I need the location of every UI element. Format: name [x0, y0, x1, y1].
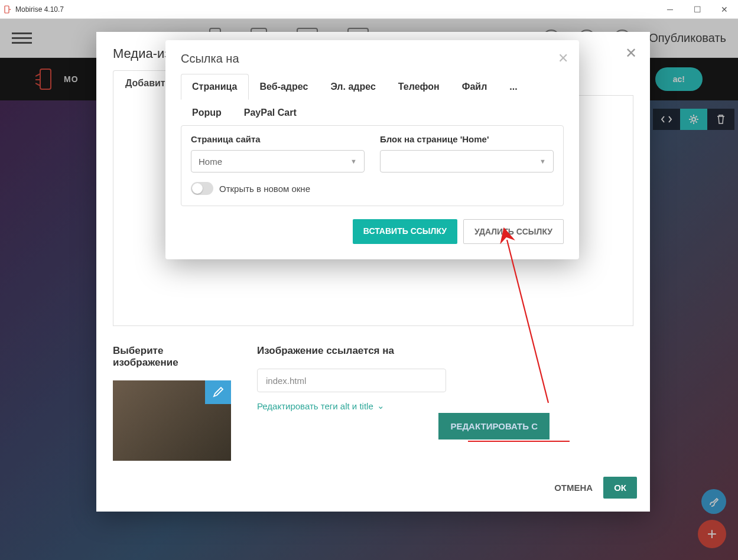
- image-thumbnail[interactable]: [113, 380, 231, 461]
- tab-more[interactable]: ...: [498, 74, 528, 100]
- svg-point-1: [9, 9, 11, 10]
- page-select[interactable]: Home ▼: [191, 150, 365, 172]
- window-title: Mobirise 4.10.7: [15, 5, 64, 14]
- tab-paypal[interactable]: PayPal Cart: [233, 100, 308, 126]
- tab-page[interactable]: Страница: [181, 74, 249, 100]
- new-window-label: Открыть в новом окне: [219, 184, 310, 194]
- tab-web[interactable]: Веб-адрес: [249, 74, 320, 100]
- insert-link-button[interactable]: ВСТАВИТЬ ССЫЛКУ: [353, 219, 457, 244]
- block-select-label: Блок на странице 'Home': [380, 134, 554, 144]
- page-select-value: Home: [199, 157, 222, 167]
- link-dialog: ✕ Ссылка на Страница Веб-адрес Эл. адрес…: [165, 40, 579, 259]
- select-image-label: Выберите изображение: [113, 345, 231, 369]
- link-type-tabs: Страница Веб-адрес Эл. адрес Телефон Фай…: [181, 74, 564, 126]
- image-link-label: Изображение ссылается на: [257, 345, 633, 357]
- tab-file[interactable]: Файл: [451, 74, 499, 100]
- pencil-icon[interactable]: [205, 380, 231, 404]
- remove-link-button[interactable]: УДАЛИТЬ ССЫЛКУ: [463, 219, 564, 244]
- close-icon[interactable]: ✕: [625, 45, 637, 61]
- cancel-button[interactable]: ОТМЕНА: [554, 483, 593, 493]
- edit-alt-title-link[interactable]: Редактировать теги alt и title ⌄: [257, 401, 633, 411]
- tab-popup[interactable]: Popup: [181, 100, 233, 126]
- block-select[interactable]: ▼: [380, 150, 554, 172]
- close-window-button[interactable]: ✕: [711, 0, 738, 19]
- chevron-down-icon: ⌄: [377, 401, 385, 411]
- new-window-toggle[interactable]: [191, 182, 213, 195]
- close-icon[interactable]: ✕: [558, 51, 568, 66]
- tab-email[interactable]: Эл. адрес: [319, 74, 386, 100]
- svg-rect-0: [5, 6, 9, 13]
- maximize-button[interactable]: ☐: [684, 0, 711, 19]
- window-titlebar: Mobirise 4.10.7 ─ ☐ ✕: [0, 0, 738, 19]
- page-select-label: Страница сайта: [191, 134, 365, 144]
- link-form: Страница сайта Home ▼ Блок на странице '…: [181, 125, 564, 206]
- ok-button[interactable]: ОК: [603, 477, 637, 499]
- caret-down-icon: ▼: [350, 158, 357, 165]
- annotation-underline: [468, 441, 570, 442]
- link-input[interactable]: [257, 369, 446, 392]
- edit-tags-text: Редактировать теги alt и title: [257, 401, 373, 411]
- link-dialog-title: Ссылка на: [181, 52, 564, 66]
- minimize-button[interactable]: ─: [656, 0, 684, 19]
- caret-down-icon: ▼: [539, 158, 546, 165]
- app-logo-icon: [4, 5, 12, 14]
- tab-phone[interactable]: Телефон: [387, 74, 451, 100]
- edit-link-button[interactable]: РЕДАКТИРОВАТЬ С: [438, 413, 550, 439]
